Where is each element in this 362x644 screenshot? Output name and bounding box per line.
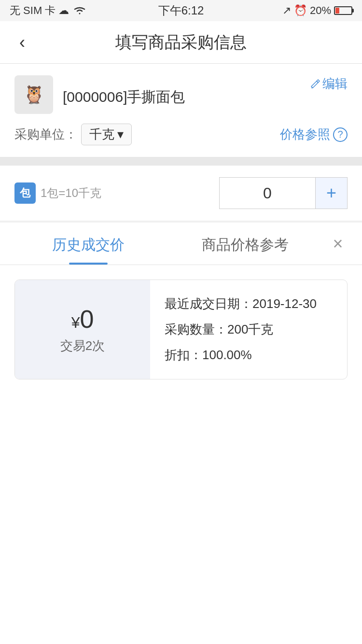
card-price-section: ¥0 交易2次 [15,280,150,379]
recent-date-label: 最近成交日期： [165,296,252,311]
unit-row: 采购单位： 千克 ▾ 价格参照 ? [14,124,348,145]
section-divider [0,157,362,166]
back-button[interactable]: ‹ [14,28,30,57]
card-price-display: ¥0 [71,305,94,334]
empty-content-area [0,394,362,644]
edit-icon [310,79,320,89]
edit-button[interactable]: 编辑 [310,75,348,92]
history-card: ¥0 交易2次 最近成交日期：2019-12-30 采购数量：200千克 折扣：… [14,280,348,379]
direction-icon: ↗ [282,4,291,17]
discount-row: 折扣：100.00% [165,346,333,364]
purchase-qty-row: 采购数量：200千克 [165,320,333,339]
currency-symbol: ¥ [71,314,80,331]
battery-icon [334,6,352,15]
tab-history-price[interactable]: 历史成交价 [10,223,167,265]
unit-description: 1包=10千克 [41,185,101,201]
unit-info: 包 1包=10千克 [14,182,101,204]
status-bar: 无 SIM 卡 ☁ 下午6:12 ↗ ⏰ 20% [0,0,362,21]
discount-label: 折扣： [165,348,202,362]
tab-product-price[interactable]: 商品价格参考 [167,223,323,265]
purchase-qty-label: 采购数量： [165,322,227,336]
product-thumbnail: 🦉 [14,75,53,114]
status-time: 下午6:12 [158,3,204,18]
product-left: 🦉 [0000006]手撕面包 [14,75,185,114]
quantity-plus-button[interactable]: + [316,177,348,209]
unit-label: 采购单位： 千克 ▾ [14,124,132,145]
tabs-panel: 历史成交价 商品价格参考 × ¥0 交易2次 最近成交日期：2019-12-30… [0,223,362,394]
card-details-section: 最近成交日期：2019-12-30 采购数量：200千克 折扣：100.00% [150,280,347,379]
help-icon: ? [333,127,348,142]
recent-date-value: 2019-12-30 [252,296,317,311]
unit-badge: 包 [14,182,36,204]
product-name: [0000006]手撕面包 [63,83,185,107]
price-value: 0 [80,305,94,333]
product-header: 🦉 [0000006]手撕面包 编辑 [14,75,348,114]
sim-status: 无 SIM 卡 ☁ [10,3,69,18]
quantity-input[interactable] [219,177,316,209]
alarm-icon: ⏰ [294,4,307,17]
wifi-icon [73,6,86,15]
tabs-close-button[interactable]: × [323,229,352,258]
discount-value: 100.00% [202,348,252,362]
product-thumb-icon: 🦉 [23,84,45,105]
quantity-control: + [219,177,348,209]
product-title: 手撕面包 [127,89,185,105]
status-left: 无 SIM 卡 ☁ [10,3,86,18]
unit-select-dropdown[interactable]: 千克 ▾ [81,124,132,145]
recent-date-row: 最近成交日期：2019-12-30 [165,294,333,313]
quantity-row: 包 1包=10千克 + [0,166,362,221]
nav-bar: ‹ 填写商品采购信息 [0,21,362,64]
page-title: 填写商品采购信息 [115,31,247,54]
price-reference-button[interactable]: 价格参照 ? [280,126,348,143]
product-id: [0000006] [63,89,127,105]
battery-percent: 20% [310,4,331,17]
tabs-header: 历史成交价 商品价格参考 × [0,223,362,265]
history-content: ¥0 交易2次 最近成交日期：2019-12-30 采购数量：200千克 折扣：… [0,265,362,394]
status-right: ↗ ⏰ 20% [282,4,352,17]
purchase-qty-value: 200千克 [227,322,273,336]
product-section: 🦉 [0000006]手撕面包 编辑 采购单位： 千克 ▾ 价格参照 [0,64,362,157]
edit-label: 编辑 [322,75,348,92]
trade-count: 交易2次 [60,337,105,354]
